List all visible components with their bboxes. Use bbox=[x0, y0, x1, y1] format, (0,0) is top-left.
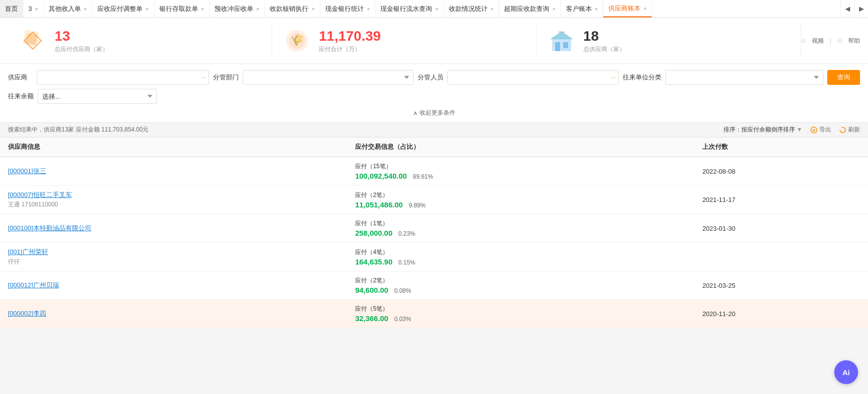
filter-supplier-wrapper: ··· bbox=[37, 70, 209, 85]
payable-info-cell-2: 应付（2笔） 11,051,486.00 9.89% bbox=[347, 186, 694, 214]
nav-item-prepay[interactable]: 预收冲应收单 × bbox=[210, 0, 265, 17]
refresh-label: 刷新 bbox=[848, 126, 860, 134]
close-icon-overdue[interactable]: × bbox=[552, 6, 555, 12]
nav-item-overdue[interactable]: 超期应收款查询 × bbox=[499, 0, 561, 17]
nav-item-customer-ledger[interactable]: 客户账本 × bbox=[561, 0, 603, 17]
summary-card-payable-suppliers: 13 总应付供应商（家） bbox=[8, 24, 272, 58]
filter-label-balance: 往来余额 bbox=[8, 92, 34, 101]
close-icon-cash-flow[interactable]: × bbox=[435, 6, 438, 12]
table-row: [001]广州荣轩 仔仔 应付（4笔） 164,635.90 0.15% bbox=[0, 243, 868, 271]
balance-select[interactable]: 选择... bbox=[38, 89, 157, 104]
close-icon-recv-stat[interactable]: × bbox=[491, 6, 494, 12]
filter-item-dept: 分管部门 bbox=[213, 70, 414, 85]
nav-item-recv-stat[interactable]: 收款情况统计 × bbox=[444, 0, 499, 17]
supplier-link-2[interactable]: [000007]恒旺二手叉车 bbox=[8, 191, 339, 199]
main-content: 供应商信息 应付交易信息（占比） 上次付数 [000001]张三 应付（15笔）… bbox=[0, 137, 868, 328]
nav-item-collection[interactable]: 收款核销执行 × bbox=[265, 0, 320, 17]
nav-bar: 首页 3 × 其他收入单 × 应收应付调整单 × 银行存取款单 × 预收冲应收单… bbox=[0, 0, 868, 18]
filter-item-person: 分管人员 ··· bbox=[418, 70, 619, 85]
nav-item-cash-flow[interactable]: 现金银行流水查询 × bbox=[375, 0, 443, 17]
payable-count-2: 应付（2笔） bbox=[355, 191, 686, 199]
last-payment-cell-2: 2021-11-17 bbox=[694, 186, 868, 214]
query-button[interactable]: 查询 bbox=[827, 70, 860, 85]
payable-pct-1: 89.61% bbox=[413, 173, 433, 180]
data-table: 供应商信息 应付交易信息（占比） 上次付数 [000001]张三 应付（15笔）… bbox=[0, 137, 868, 328]
nav-label-other-income: 其他收入单 bbox=[49, 4, 81, 13]
video-link[interactable]: 视频 bbox=[812, 37, 824, 45]
supplier-input[interactable] bbox=[37, 70, 209, 85]
person-input[interactable] bbox=[447, 70, 619, 85]
nav-item-other-income[interactable]: 其他收入单 × bbox=[44, 0, 92, 17]
nav-item-home[interactable]: 首页 bbox=[0, 0, 23, 17]
collapse-button[interactable]: ∧ 收起更多条件 bbox=[409, 108, 459, 118]
nav-label-cash-flow: 现金银行流水查询 bbox=[380, 4, 432, 13]
payable-amount-5: 94,600.00 bbox=[355, 286, 388, 294]
nav-item-supplier-ledger[interactable]: 供应商账本 × bbox=[603, 0, 652, 17]
payable-pct-4: 0.15% bbox=[398, 259, 415, 266]
last-payment-date-3: 2023-01-30 bbox=[702, 225, 735, 232]
refresh-button[interactable]: 刷新 bbox=[839, 126, 860, 134]
payable-total-number: 11,170.39 bbox=[319, 28, 526, 45]
table-row: [000007]恒旺二手叉车 王通 17106110000 应付（2笔） 11,… bbox=[0, 186, 868, 214]
supplier-sub-2: 王通 17106110000 bbox=[8, 200, 339, 209]
payable-suppliers-label: 总应付供应商（家） bbox=[55, 45, 262, 54]
col-header-supplier: 供应商信息 bbox=[0, 137, 347, 157]
supplier-info-cell-4: [001]广州荣轩 仔仔 bbox=[0, 243, 347, 271]
close-icon-prepay[interactable]: × bbox=[256, 6, 259, 12]
last-payment-cell-4 bbox=[694, 243, 868, 271]
supplier-info-cell-2: [000007]恒旺二手叉车 王通 17106110000 bbox=[0, 186, 347, 214]
category-select[interactable] bbox=[665, 70, 824, 85]
filter-item-supplier: 供应商 ··· bbox=[8, 70, 209, 85]
svg-text:🌾: 🌾 bbox=[290, 33, 304, 47]
sort-label: 排序：按应付余额倒序排序 ▼ bbox=[723, 126, 802, 134]
supplier-dots-icon[interactable]: ··· bbox=[201, 74, 206, 81]
close-icon-cash-stat[interactable]: × bbox=[367, 6, 370, 12]
supplier-link-4[interactable]: [001]广州荣轩 bbox=[8, 248, 339, 257]
person-dots-icon[interactable]: ··· bbox=[610, 74, 615, 81]
export-label: 导出 bbox=[819, 126, 831, 134]
total-suppliers-label: 总供应商（家） bbox=[583, 45, 791, 54]
export-button[interactable]: 导出 bbox=[810, 126, 831, 134]
supplier-info-cell-3: [000100]本特勤油品有限公司 bbox=[0, 214, 347, 243]
supplier-link-5[interactable]: [000012]广州贝瑞 bbox=[8, 281, 339, 290]
nav-item-bank[interactable]: 银行存取款单 × bbox=[154, 0, 210, 17]
summary-info-payable-suppliers: 13 总应付供应商（家） bbox=[55, 28, 262, 54]
last-payment-cell-1: 2022-08-08 bbox=[694, 157, 868, 186]
supplier-link-6[interactable]: [000002]李四 bbox=[8, 309, 339, 318]
close-icon-bank[interactable]: × bbox=[201, 6, 204, 12]
last-payment-date-5: 2021-03-25 bbox=[702, 282, 735, 289]
close-icon-other-income[interactable]: × bbox=[84, 6, 87, 12]
sort-dropdown-icon[interactable]: ▼ bbox=[796, 126, 802, 133]
result-summary-text: 搜索结果中，供应商13家 应付金额 111,703,854.00元 bbox=[8, 126, 148, 134]
last-payment-date-1: 2022-08-08 bbox=[702, 168, 735, 175]
svg-rect-8 bbox=[555, 42, 560, 51]
col-header-payable: 应付交易信息（占比） bbox=[347, 137, 694, 157]
close-icon-3[interactable]: × bbox=[35, 6, 38, 12]
supplier-info-cell-6: [000002]李四 bbox=[0, 300, 347, 328]
nav-item-3[interactable]: 3 × bbox=[23, 0, 44, 17]
close-icon-adjust[interactable]: × bbox=[145, 6, 148, 12]
table-header: 供应商信息 应付交易信息（占比） 上次付数 bbox=[0, 137, 868, 157]
payable-pct-6: 0.03% bbox=[394, 316, 411, 323]
close-icon-customer-ledger[interactable]: × bbox=[595, 6, 598, 12]
result-bar: 搜索结果中，供应商13家 应付金额 111,703,854.00元 排序：按应付… bbox=[0, 123, 868, 137]
nav-item-adjust[interactable]: 应收应付调整单 × bbox=[92, 0, 154, 17]
supplier-info-cell-1: [000001]张三 bbox=[0, 157, 347, 186]
nav-arrow-right[interactable]: ▶ bbox=[854, 0, 868, 18]
filter-label-person: 分管人员 bbox=[418, 73, 443, 82]
help-link[interactable]: 帮助 bbox=[848, 37, 860, 45]
nav-label-overdue: 超期应收款查询 bbox=[504, 4, 549, 13]
payable-total-label: 应付合计（万） bbox=[319, 45, 526, 54]
total-suppliers-number: 18 bbox=[583, 28, 791, 45]
nav-arrow-left[interactable]: ◀ bbox=[840, 0, 854, 18]
nav-item-cash-stat[interactable]: 现金银行统计 × bbox=[320, 0, 375, 17]
supplier-link-3[interactable]: [000100]本特勤油品有限公司 bbox=[8, 224, 339, 233]
svg-rect-7 bbox=[552, 38, 571, 51]
close-icon-collection[interactable]: × bbox=[311, 6, 314, 12]
filter-label-dept: 分管部门 bbox=[213, 73, 239, 82]
close-icon-supplier-ledger[interactable]: × bbox=[644, 5, 647, 11]
payable-count-3: 应付（1笔） bbox=[355, 219, 686, 228]
dept-select[interactable] bbox=[243, 70, 414, 85]
payable-info-cell-3: 应付（1笔） 258,000.00 0.23% bbox=[347, 214, 694, 243]
supplier-link-1[interactable]: [000001]张三 bbox=[8, 167, 339, 176]
